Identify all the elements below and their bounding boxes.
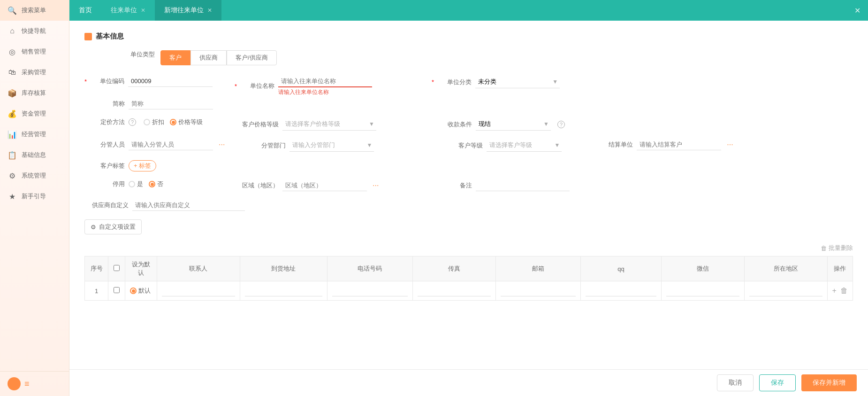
unit-category-label: 单位分类 — [439, 78, 472, 86]
manager-ellipsis[interactable]: ··· — [217, 140, 227, 149]
row-add-button[interactable]: + — [832, 287, 837, 295]
col-qq: qq — [581, 256, 662, 281]
disabled-yes-label: 是 — [137, 180, 143, 188]
settlement-ellipsis[interactable]: ··· — [725, 140, 735, 149]
contacts-table: 序号 设为默认 联系人 到货地址 电话号码 传真 邮箱 qq 微信 所在地区 操… — [84, 256, 853, 301]
chevron-down-icon4: ▼ — [366, 142, 372, 148]
pricing-help-icon[interactable]: ? — [129, 118, 136, 126]
home-icon: ⌂ — [8, 26, 17, 36]
row-region-input[interactable] — [749, 285, 822, 296]
row-delete-button[interactable]: 🗑 — [840, 287, 848, 295]
close-all-tabs[interactable]: ✕ — [847, 6, 868, 15]
operations-icon: 📊 — [8, 130, 17, 139]
row-email-input[interactable] — [501, 285, 576, 296]
sidebar-item-sales[interactable]: ◎ 销售管理 — [0, 41, 69, 62]
col-default: 设为默认 — [125, 256, 157, 281]
remark-input[interactable] — [476, 180, 570, 191]
user-level-icon: ≡ — [24, 379, 30, 389]
row-contact-input[interactable] — [162, 285, 235, 296]
sidebar-item-basic[interactable]: 📋 基础信息 — [0, 145, 69, 165]
save-button[interactable]: 保存 — [759, 374, 796, 391]
row-checkbox-cell — [108, 281, 125, 301]
row-phone-input[interactable] — [332, 285, 408, 296]
tab-new-partner-label: 新增往来单位 — [164, 6, 204, 15]
sidebar-item-finance[interactable]: 💰 资金管理 — [0, 103, 69, 124]
row-default-radio[interactable]: 默认 — [130, 287, 152, 295]
custom-settings-button[interactable]: ⚙ 自定义项设置 — [84, 219, 142, 234]
row-fax-input[interactable] — [418, 285, 491, 296]
save-new-button[interactable]: 保存并新增 — [801, 374, 857, 391]
customer-price-select[interactable]: 请选择客户价格等级 ▼ — [282, 118, 376, 131]
tab-new-partner[interactable]: 新增往来单位 ✕ — [155, 0, 221, 21]
supplier-custom-input[interactable] — [132, 200, 245, 211]
sidebar-label-search: 搜索菜单 — [22, 6, 46, 15]
type-label: 单位类型 — [122, 50, 155, 59]
tab-partners[interactable]: 往来单位 ✕ — [101, 0, 155, 21]
cancel-button[interactable]: 取消 — [717, 374, 754, 391]
area-ellipsis[interactable]: ··· — [371, 181, 381, 190]
tab-bar: 首页 往来单位 ✕ 新增往来单位 ✕ ✕ — [69, 0, 868, 21]
sidebar-label-guide: 新手引导 — [22, 192, 46, 201]
unit-category-select[interactable]: 未分类 ▼ — [475, 76, 560, 88]
settlement-input[interactable] — [637, 139, 721, 150]
type-btn-supplier[interactable]: 供应商 — [190, 50, 227, 65]
field-customer-price: 客户价格等级 请选择客户价格等级 ▼ — [235, 118, 413, 131]
type-btn-both[interactable]: 客户/供应商 — [227, 50, 277, 65]
select-all-checkbox[interactable] — [114, 265, 120, 271]
row-phone-cell — [327, 281, 413, 301]
manager-input[interactable] — [129, 139, 213, 150]
row-supplier-custom: 供应商自定义 — [84, 200, 853, 211]
row-default-cell: 默认 — [125, 281, 157, 301]
customer-level-select[interactable]: 请选择客户等级 ▼ — [487, 139, 562, 152]
sidebar-item-inventory[interactable]: 📦 库存核算 — [0, 83, 69, 103]
pricing-radio-discount[interactable]: 折扣 — [144, 118, 164, 126]
row-qq-cell — [581, 281, 662, 301]
guide-icon: ★ — [8, 192, 17, 201]
abbr-input[interactable] — [129, 98, 213, 109]
delete-icon: 🗑 — [821, 245, 827, 252]
area-input[interactable] — [282, 180, 367, 191]
gear-icon: ⚙ — [91, 224, 96, 231]
add-tag-button[interactable]: + 标签 — [129, 160, 156, 171]
unit-name-input[interactable] — [278, 76, 372, 87]
sidebar-item-search[interactable]: 🔍 搜索菜单 — [0, 0, 69, 21]
sidebar-item-guide[interactable]: ★ 新手引导 — [0, 186, 69, 207]
radio-level-circle — [170, 119, 176, 125]
sidebar-item-system[interactable]: ⚙ 系统管理 — [0, 165, 69, 186]
row-wechat-cell — [662, 281, 745, 301]
row-checkbox[interactable] — [114, 287, 120, 293]
disabled-radio-yes[interactable]: 是 — [129, 180, 143, 188]
row-wechat-input[interactable] — [666, 285, 739, 296]
tab-new-partner-close[interactable]: ✕ — [207, 7, 212, 14]
unit-code-input[interactable] — [128, 76, 213, 87]
required-star-name: * — [235, 83, 237, 90]
payment-select[interactable]: 现结 ▼ — [476, 118, 551, 131]
unit-name-label: 单位名称 — [242, 82, 274, 90]
sidebar-label-quicknav: 快捷导航 — [22, 27, 46, 35]
row-address-input[interactable] — [245, 285, 322, 296]
sidebar-item-operations[interactable]: 📊 经营管理 — [0, 124, 69, 145]
finance-icon: 💰 — [8, 109, 17, 118]
tab-home[interactable]: 首页 — [69, 0, 101, 21]
disabled-no-label: 否 — [157, 180, 163, 188]
payment-help-icon[interactable]: ? — [557, 121, 565, 128]
tab-partners-close[interactable]: ✕ — [141, 7, 145, 14]
row-fax-cell — [412, 281, 495, 301]
customer-price-placeholder: 请选择客户价格等级 — [285, 120, 340, 128]
dept-select[interactable]: 请输入分管部门 ▼ — [289, 139, 374, 152]
row-qq-input[interactable] — [586, 285, 656, 296]
sidebar-item-quicknav[interactable]: ⌂ 快捷导航 — [0, 21, 69, 41]
row-ops: + 🗑 — [832, 287, 848, 295]
payment-value: 现结 — [479, 120, 491, 128]
type-buttons: 客户 供应商 客户/供应商 — [160, 50, 277, 65]
chevron-down-icon2: ▼ — [369, 121, 374, 127]
type-btn-customer[interactable]: 客户 — [160, 50, 190, 65]
batch-delete-button[interactable]: 🗑 批量删除 — [821, 244, 853, 252]
row-ops-cell: + 🗑 — [827, 281, 853, 301]
pricing-radio-level[interactable]: 价格等级 — [170, 118, 203, 126]
payment-label: 收款条件 — [439, 120, 472, 129]
field-remark: 备注 — [432, 180, 570, 191]
row-address-cell — [240, 281, 327, 301]
sidebar-item-purchase[interactable]: 🛍 采购管理 — [0, 62, 69, 83]
disabled-radio-no[interactable]: 否 — [149, 180, 163, 188]
